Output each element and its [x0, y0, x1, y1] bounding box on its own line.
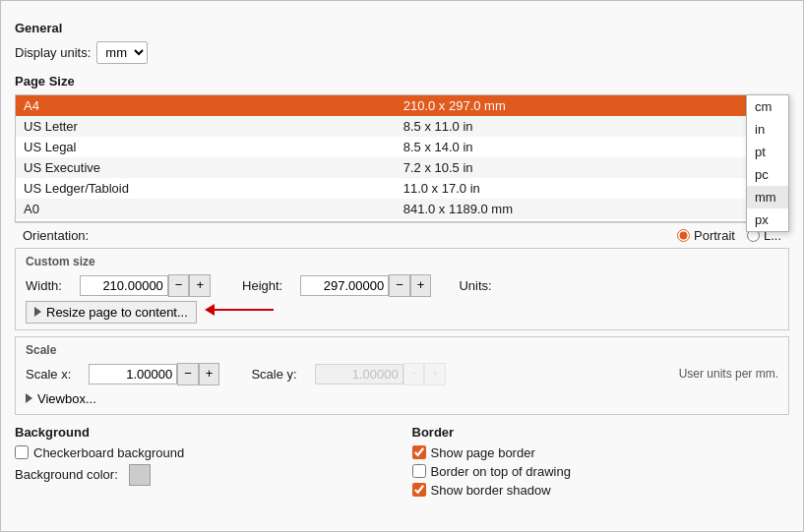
table-row[interactable]: US Ledger/Tabloid 11.0 x 17.0 in — [16, 178, 788, 199]
height-increase-button[interactable]: + — [410, 274, 432, 297]
border-on-top-label: Border on top of drawing — [431, 464, 571, 479]
page-dimensions: 210.0 x 297.0 mm — [396, 95, 788, 116]
display-units-row: Display units: mm cm in px pt — [15, 41, 789, 64]
page-dimensions: 8.5 x 11.0 in — [396, 116, 788, 137]
checkerboard-label: Checkerboard background — [33, 445, 184, 460]
background-color-row: Background color: — [15, 464, 393, 486]
arrow-head-icon — [205, 304, 215, 316]
resize-btn-label: Resize page to content... — [46, 305, 188, 320]
border-on-top-checkbox[interactable] — [412, 464, 426, 478]
page-name: A4 — [16, 95, 396, 116]
show-border-shadow-label: Show border shadow — [431, 483, 551, 498]
table-row[interactable]: US Executive 7.2 x 10.5 in — [16, 157, 788, 178]
unit-item-mm[interactable]: mm — [747, 186, 788, 208]
unit-item-px[interactable]: px — [747, 208, 788, 231]
viewbox-button[interactable]: Viewbox... — [26, 389, 96, 408]
triangle-icon — [34, 307, 41, 317]
height-decrease-button[interactable]: − — [389, 274, 410, 297]
custom-size-title: Custom size — [26, 255, 778, 268]
width-input[interactable] — [80, 275, 168, 296]
unit-item-in[interactable]: in — [747, 118, 788, 141]
scale-y-decrease-button: − — [403, 363, 425, 385]
scale-x-increase-button[interactable]: + — [199, 363, 220, 385]
checkerboard-row: Checkerboard background — [15, 445, 393, 460]
portrait-label: Portrait — [694, 228, 735, 243]
height-input[interactable] — [300, 275, 389, 296]
width-decrease-button[interactable]: − — [168, 274, 190, 297]
portrait-radio-label[interactable]: Portrait — [677, 228, 735, 243]
orientation-row: Orientation: Portrait L... — [15, 222, 789, 248]
scale-y-label: Scale y: — [251, 367, 296, 382]
scale-x-stepper: − + — [89, 363, 219, 385]
width-label: Width: — [26, 278, 62, 293]
table-row[interactable]: A4 210.0 x 297.0 mm — [16, 95, 788, 116]
background-column: Background Checkerboard background Backg… — [15, 425, 393, 502]
page-dimensions: 7.2 x 10.5 in — [396, 157, 788, 178]
scale-y-stepper: − + — [315, 363, 446, 385]
page-name: US Executive — [16, 157, 396, 178]
border-title: Border — [412, 425, 790, 440]
height-label: Height: — [242, 278, 282, 293]
viewbox-triangle-icon — [26, 393, 32, 403]
page-dimensions: 841.0 x 1189.0 mm — [396, 199, 788, 219]
page-dimensions: 8.5 x 14.0 in — [396, 137, 788, 157]
page-name: US Ledger/Tabloid — [16, 178, 396, 199]
width-increase-button[interactable]: + — [189, 274, 211, 297]
background-title: Background — [15, 425, 393, 440]
user-units-label: User units per mm. — [679, 367, 778, 381]
units-dropdown[interactable]: cm in pt pc mm px — [746, 94, 789, 232]
table-row[interactable]: US Letter 8.5 x 11.0 in — [16, 116, 788, 137]
page-size-title: Page Size — [15, 74, 789, 89]
scale-y-increase-button: + — [424, 363, 446, 385]
scale-title: Scale — [26, 343, 778, 357]
table-row[interactable]: A0 841.0 x 1189.0 mm — [16, 199, 788, 219]
page-name: US Legal — [16, 137, 396, 157]
border-column: Border Show page border Border on top of… — [412, 425, 790, 502]
display-units-label: Display units: — [15, 45, 91, 60]
scale-section: Scale Scale x: − + Scale y: − + User uni… — [15, 336, 789, 415]
annotation-arrow — [205, 304, 274, 316]
portrait-radio[interactable] — [677, 229, 690, 242]
display-units-select[interactable]: mm cm in px pt — [96, 41, 148, 64]
page-size-container: A4 210.0 x 297.0 mm US Letter 8.5 x 11.0… — [15, 94, 789, 222]
page-size-list[interactable]: A4 210.0 x 297.0 mm US Letter 8.5 x 11.0… — [15, 94, 789, 222]
units-field-label: Units: — [459, 278, 491, 293]
background-color-label: Background color: — [15, 467, 118, 482]
document-properties-panel: General Display units: mm cm in px pt Pa… — [0, 0, 804, 532]
bottom-sections: Background Checkerboard background Backg… — [15, 425, 789, 502]
unit-item-pc[interactable]: pc — [747, 163, 788, 186]
show-page-border-label: Show page border — [431, 445, 535, 460]
custom-size-inputs-row: Width: − + Height: − + Units: — [26, 274, 778, 297]
border-on-top-row: Border on top of drawing — [412, 464, 790, 479]
page-name: A0 — [16, 199, 396, 219]
orientation-label: Orientation: — [23, 228, 89, 243]
scale-x-input[interactable] — [89, 364, 177, 384]
table-row[interactable]: US Legal 8.5 x 14.0 in — [16, 137, 788, 157]
unit-item-pt[interactable]: pt — [747, 141, 788, 163]
show-page-border-checkbox[interactable] — [412, 445, 426, 459]
resize-row: Resize page to content... — [26, 297, 778, 324]
resize-page-button[interactable]: Resize page to content... — [26, 301, 197, 324]
unit-item-cm[interactable]: cm — [747, 95, 788, 118]
viewbox-label: Viewbox... — [37, 391, 96, 406]
show-border-shadow-row: Show border shadow — [412, 483, 790, 498]
scale-y-input — [315, 364, 403, 384]
background-color-swatch[interactable] — [129, 464, 151, 486]
show-page-border-row: Show page border — [412, 445, 790, 460]
show-border-shadow-checkbox[interactable] — [412, 483, 426, 497]
scale-x-label: Scale x: — [26, 367, 71, 382]
custom-size-section: Custom size Width: − + Height: − + Units… — [15, 248, 789, 330]
arrow-line — [215, 309, 274, 311]
general-title: General — [15, 21, 789, 35]
page-size-table: A4 210.0 x 297.0 mm US Letter 8.5 x 11.0… — [16, 95, 788, 219]
page-dimensions: 11.0 x 17.0 in — [396, 178, 788, 199]
scale-x-decrease-button[interactable]: − — [177, 363, 199, 385]
height-stepper: − + — [300, 274, 431, 297]
checkerboard-checkbox[interactable] — [15, 445, 29, 459]
scale-inputs-row: Scale x: − + Scale y: − + User units per… — [26, 363, 778, 385]
width-stepper: − + — [80, 274, 211, 297]
page-name: US Letter — [16, 116, 396, 137]
